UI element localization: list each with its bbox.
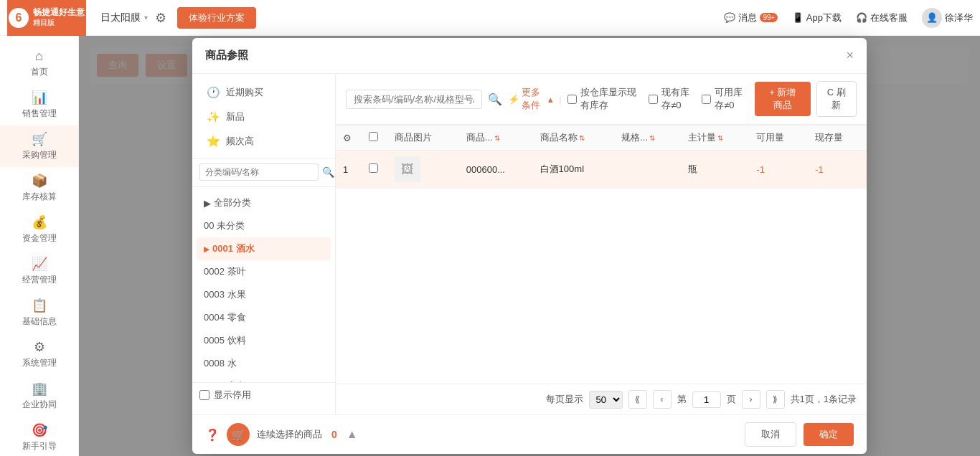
category-search-input[interactable] <box>199 163 319 181</box>
checkbox-available-ne0[interactable]: 可用库存≠0 <box>702 86 749 112</box>
add-product-button[interactable]: + 新增商品 <box>755 82 810 116</box>
tab-frequent[interactable]: ⭐ 频次高 <box>199 130 328 153</box>
product-search-input[interactable] <box>346 90 482 109</box>
settings-icon[interactable]: ⚙ <box>155 10 166 26</box>
cta-button[interactable]: 体验行业方案 <box>177 7 256 29</box>
sidebar-item-guide[interactable]: 🎯 新手引导 <box>0 417 78 456</box>
row-checkbox[interactable] <box>369 163 378 173</box>
phone-icon: 📱 <box>792 12 804 23</box>
pagination-bar: 每页显示 50 ⟪ ‹ 第 页 › ⟫ 共1页，1条记录 <box>336 384 867 414</box>
product-search-icon[interactable]: 🔍 <box>488 92 502 106</box>
show-disabled-row[interactable]: 显示停用 <box>192 382 335 407</box>
show-disabled-checkbox[interactable] <box>199 390 209 400</box>
page-first-button[interactable]: ⟪ <box>628 390 647 409</box>
category-item-0010[interactable]: 0010 家电 <box>197 375 331 382</box>
page-label: 第 <box>677 393 687 406</box>
col-spec[interactable]: 规格...⇅ <box>614 125 681 151</box>
all-arrow-icon: ▶ <box>204 198 211 209</box>
modal-right-panel: 🔍 ⚡ 更多条件 ▴ | 按仓库显示现有库存 <box>336 74 867 414</box>
sidebar-item-operations[interactable]: 📈 经营管理 <box>0 250 78 292</box>
category-item-0005[interactable]: 0005 饮料 <box>197 329 331 352</box>
refresh-button[interactable]: C 刷新 <box>816 81 857 117</box>
messages-nav-item[interactable]: 💬 消息 99+ <box>724 11 777 24</box>
col-image: 商品图片 <box>387 125 459 151</box>
cell-name: 白酒100ml <box>533 151 615 189</box>
product-table-container: ⚙ 商品图片 商品...⇅ 商品名称⇅ 规格...⇅ 主计量⇅ 可用量 现存量 <box>336 125 867 384</box>
table-header-row: ⚙ 商品图片 商品...⇅ 商品名称⇅ 规格...⇅ 主计量⇅ 可用量 现存量 <box>336 125 867 151</box>
sidebar-item-enterprise[interactable]: 🏢 企业协同 <box>0 375 78 417</box>
category-item-0003[interactable]: 0003 水果 <box>197 283 331 306</box>
logo-text: 畅捷通好生意 <box>33 7 85 19</box>
separator: | <box>559 94 561 105</box>
selected-count: 0 <box>331 429 337 440</box>
category-item-0002[interactable]: 0002 茶叶 <box>197 260 331 283</box>
checkbox-warehouse[interactable]: 按仓库显示现有库存 <box>567 86 644 112</box>
category-item-0004[interactable]: 0004 零食 <box>197 306 331 329</box>
sidebar-item-home[interactable]: ⌂ 首页 <box>0 43 78 84</box>
chevron-down-icon: ▾ <box>144 14 148 22</box>
cell-spec <box>614 151 681 189</box>
sidebar-item-sales[interactable]: 📊 销售管理 <box>0 84 78 125</box>
frequent-icon: ⭐ <box>207 135 220 148</box>
messages-badge: 99+ <box>760 13 777 22</box>
col-code[interactable]: 商品...⇅ <box>459 125 533 151</box>
tab-recent[interactable]: 🕐 近期购买 <box>199 81 328 104</box>
filter-bar: 🔍 ⚡ 更多条件 ▴ | 按仓库显示现有库存 <box>336 74 867 125</box>
cart-icon-button[interactable]: 🛒 <box>227 423 250 446</box>
page-input[interactable] <box>692 391 721 408</box>
checkbox-stock-ne0-input[interactable] <box>649 95 658 104</box>
app-download-item[interactable]: 📱 App下载 <box>792 11 842 24</box>
cancel-button[interactable]: 取消 <box>745 422 796 447</box>
sidebar-item-guide-label: 新手引导 <box>22 440 57 452</box>
checkbox-warehouse-input[interactable] <box>567 95 577 104</box>
category-0004-label: 0004 零食 <box>204 311 246 324</box>
sidebar-item-purchase[interactable]: 🛒 采购管理 <box>0 125 78 167</box>
per-page-select[interactable]: 50 <box>589 391 623 409</box>
cell-code: 000600... <box>459 151 533 189</box>
user-profile-item[interactable]: 👤 徐泽华 <box>922 8 973 28</box>
sidebar-item-system[interactable]: ⚙ 系统管理 <box>0 333 78 375</box>
enterprise-icon: 🏢 <box>32 381 47 396</box>
help-icon[interactable]: ❓ <box>205 428 220 442</box>
tab-new[interactable]: ✨ 新品 <box>199 105 328 128</box>
logo-area: 6 畅捷通好生意 精目版 <box>7 0 86 36</box>
col-name[interactable]: 商品名称⇅ <box>533 125 615 151</box>
page-next-button[interactable]: › <box>742 390 760 409</box>
filter-icon: ⚡ <box>508 94 519 105</box>
top-nav: 6 畅捷通好生意 精目版 日太阳膜 ▾ ⚙ 体验行业方案 💬 消息 99+ 📱 … <box>0 0 980 36</box>
guide-icon: 🎯 <box>32 422 47 438</box>
checkbox-available-ne0-input[interactable] <box>702 95 711 104</box>
active-arrow-icon: ▶ <box>204 245 209 253</box>
category-item-0008[interactable]: 0008 水 <box>197 352 331 375</box>
finance-icon: 💰 <box>32 214 47 230</box>
confirm-button[interactable]: 确定 <box>804 423 854 446</box>
page-prev-button[interactable]: ‹ <box>653 390 672 409</box>
sidebar-item-inventory[interactable]: 📦 库存核算 <box>0 167 78 209</box>
tenant-selector[interactable]: 日太阳膜 ▾ <box>100 11 148 24</box>
sidebar-item-inventory-label: 库存核算 <box>22 191 57 203</box>
category-0003-label: 0003 水果 <box>204 288 246 301</box>
table-row[interactable]: 1 🖼 000600... 白酒100ml <box>336 151 867 189</box>
col-unit[interactable]: 主计量⇅ <box>681 125 750 151</box>
footer-collapse-icon[interactable]: ▲ <box>347 428 358 441</box>
sidebar-item-basic[interactable]: 📋 基础信息 <box>0 292 78 333</box>
more-filter-button[interactable]: ⚡ 更多条件 ▴ <box>508 86 553 112</box>
cell-check[interactable] <box>362 151 387 189</box>
sidebar-item-operations-label: 经营管理 <box>22 274 57 286</box>
page-last-button[interactable]: ⟫ <box>766 390 785 409</box>
logo-icon: 6 <box>9 8 29 28</box>
customer-service-item[interactable]: 🎧 在线客服 <box>856 11 908 24</box>
sidebar-item-finance[interactable]: 💰 资金管理 <box>0 209 78 250</box>
cell-index: 1 <box>336 151 362 189</box>
app-download-label: App下载 <box>806 11 842 24</box>
category-search-icon[interactable]: 🔍 <box>322 166 334 178</box>
select-all-checkbox[interactable] <box>369 132 378 141</box>
col-check[interactable] <box>362 125 387 151</box>
col-settings[interactable]: ⚙ <box>336 125 362 151</box>
category-item-all[interactable]: ▶ 全部分类 <box>197 191 331 214</box>
modal-close-button[interactable]: × <box>846 48 854 63</box>
category-item-00[interactable]: 00 未分类 <box>197 214 331 237</box>
sales-icon: 📊 <box>32 90 47 105</box>
checkbox-stock-ne0[interactable]: 现有库存≠0 <box>649 86 696 112</box>
category-item-0001[interactable]: ▶ 0001 酒水 <box>197 237 331 260</box>
